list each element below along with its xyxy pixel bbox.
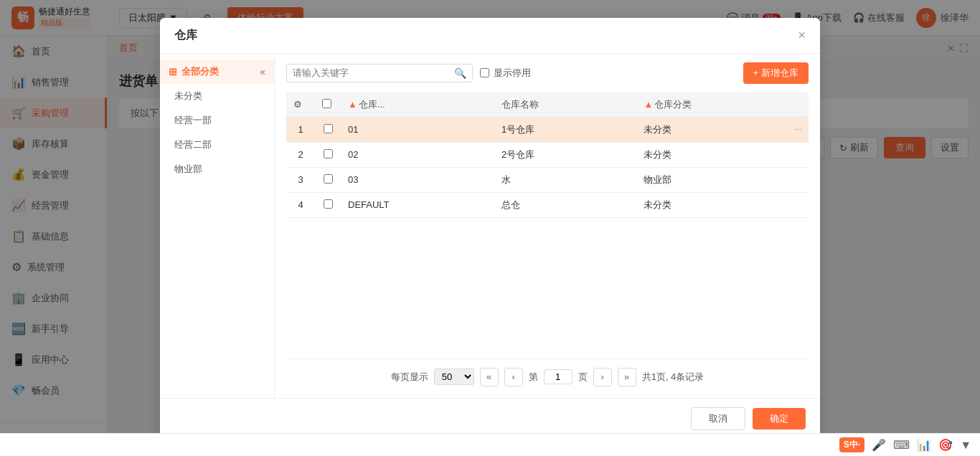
cancel-button[interactable]: 取消: [691, 407, 745, 430]
show-disabled-label: 显示停用: [494, 67, 531, 80]
modal-overlay[interactable]: 仓库 × ⊞ 全部分类 « 未分类 经营一部 经营二部 物业部: [0, 0, 980, 456]
row-check[interactable]: [315, 117, 341, 142]
all-category-label: 全部分类: [182, 65, 219, 78]
row-code: DEFAULT: [341, 192, 494, 217]
pagination-bar: 每页显示 50 10 20 100 « ‹ 第 页 › » 共1页, 4条记录: [286, 358, 809, 389]
total-records: 共1页, 4条记录: [642, 371, 705, 384]
modal-sidebar: ⊞ 全部分类 « 未分类 经营一部 经营二部 物业部: [160, 54, 275, 398]
next-page-btn[interactable]: ›: [593, 368, 612, 386]
prev-page-btn[interactable]: ‹: [504, 368, 523, 386]
show-disabled-checkbox[interactable]: [480, 68, 489, 77]
mic-icon[interactable]: 🎤: [872, 438, 886, 452]
row-checkbox[interactable]: [324, 174, 333, 184]
modal-footer: 取消 确定: [160, 398, 820, 439]
chart-icon[interactable]: 📊: [917, 438, 931, 452]
row-checkbox[interactable]: [324, 124, 333, 133]
modal-cat-unclassified[interactable]: 未分类: [160, 84, 274, 108]
shuang-logo: S中·: [839, 437, 864, 452]
row-code: 01: [341, 117, 494, 142]
row-category: 未分类···: [636, 117, 809, 142]
row-num: 3: [286, 167, 315, 192]
page-size-select[interactable]: 50 10 20 100: [434, 369, 474, 385]
table-row[interactable]: 2 02 2号仓库 未分类: [286, 142, 809, 167]
th-name: 仓库名称: [494, 92, 637, 118]
modal-sidebar-all-category[interactable]: ⊞ 全部分类 «: [160, 60, 274, 84]
dropdown-small-icon[interactable]: ▼: [960, 439, 971, 452]
th-checkbox: [315, 92, 341, 118]
row-code: 02: [341, 142, 494, 167]
modal-title: 仓库: [174, 28, 197, 43]
row-num: 2: [286, 142, 315, 167]
row-checkbox[interactable]: [324, 149, 333, 158]
page-size-label: 每页显示: [391, 371, 428, 384]
keyboard-icon[interactable]: ⌨: [893, 438, 910, 452]
th-settings: ⚙: [286, 92, 315, 118]
page-number-input[interactable]: [544, 369, 573, 384]
modal-cat-property[interactable]: 物业部: [160, 157, 274, 181]
search-icon: 🔍: [454, 67, 466, 79]
th-code: ▲仓库...: [341, 92, 494, 118]
row-category: 未分类: [636, 192, 809, 217]
page-suffix: 页: [578, 371, 588, 384]
modal-header: 仓库 ×: [160, 18, 820, 54]
new-warehouse-button[interactable]: + 新增仓库: [743, 62, 809, 84]
last-page-btn[interactable]: »: [618, 368, 636, 386]
warehouse-modal: 仓库 × ⊞ 全部分类 « 未分类 经营一部 经营二部 物业部: [160, 18, 820, 439]
row-check[interactable]: [315, 167, 341, 192]
table-row[interactable]: 1 01 1号仓库 未分类···: [286, 117, 809, 142]
row-name: 水: [494, 167, 637, 192]
modal-cat-ops1[interactable]: 经营一部: [160, 108, 274, 133]
modal-body: ⊞ 全部分类 « 未分类 经营一部 经营二部 物业部 🔍: [160, 54, 820, 398]
show-disabled-checkbox-label[interactable]: 显示停用: [480, 67, 531, 80]
search-box: 🔍: [286, 64, 473, 82]
row-check[interactable]: [315, 142, 341, 167]
grid-icon: ⊞: [169, 66, 177, 77]
modal-toolbar: 🔍 显示停用 + 新增仓库: [286, 62, 809, 84]
th-category: ▲仓库分类: [636, 92, 809, 118]
more-icon[interactable]: ···: [793, 123, 801, 134]
row-name: 总仓: [494, 192, 637, 217]
page-label: 第: [529, 371, 538, 384]
warehouse-table: ⚙ ▲仓库... 仓库名称 ▲仓库分类 1 01 1号仓库 未分类··· 2 0…: [286, 92, 809, 218]
select-all-checkbox[interactable]: [322, 99, 331, 108]
row-checkbox[interactable]: [324, 199, 333, 209]
target-icon[interactable]: 🎯: [938, 438, 953, 452]
row-category: 未分类: [636, 142, 809, 167]
table-row[interactable]: 3 03 水 物业部: [286, 167, 809, 192]
row-category: 物业部: [636, 167, 809, 192]
row-num: 1: [286, 117, 315, 142]
row-name: 1号仓库: [494, 117, 637, 142]
search-input[interactable]: [293, 67, 454, 78]
row-num: 4: [286, 192, 315, 217]
modal-close-icon[interactable]: ×: [798, 28, 806, 43]
modal-main: 🔍 显示停用 + 新增仓库 ⚙: [275, 54, 820, 398]
table-wrap: ⚙ ▲仓库... 仓库名称 ▲仓库分类 1 01 1号仓库 未分类··· 2 0…: [286, 92, 809, 358]
modal-cat-ops2[interactable]: 经营二部: [160, 133, 274, 157]
row-check[interactable]: [315, 192, 341, 217]
table-header-row: ⚙ ▲仓库... 仓库名称 ▲仓库分类: [286, 92, 809, 118]
bottom-bar: S中· 🎤 ⌨ 📊 🎯 ▼: [0, 433, 980, 456]
collapse-icon[interactable]: «: [260, 66, 265, 77]
first-page-btn[interactable]: «: [480, 368, 499, 386]
confirm-button[interactable]: 确定: [753, 408, 806, 429]
table-body: 1 01 1号仓库 未分类··· 2 02 2号仓库 未分类 3 03 水 物业…: [286, 117, 809, 217]
row-name: 2号仓库: [494, 142, 637, 167]
table-row[interactable]: 4 DEFAULT 总仓 未分类: [286, 192, 809, 217]
row-code: 03: [341, 167, 494, 192]
